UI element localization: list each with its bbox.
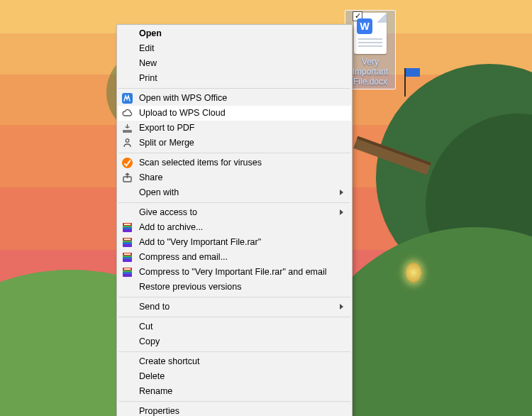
menu-item-compress-and-email[interactable]: Compress and email...: [118, 250, 351, 265]
menu-item-label: Open with: [139, 187, 179, 197]
rar-icon: [121, 251, 133, 263]
menu-item-label: Copy: [139, 336, 160, 346]
menu-item-properties[interactable]: Properties: [118, 404, 351, 416]
menu-item-upload-to-wps-cloud[interactable]: Upload to WPS Cloud: [118, 106, 351, 121]
menu-item-label: Restore previous versions: [139, 282, 242, 292]
menu-item-cut[interactable]: Cut: [118, 319, 351, 334]
menu-separator: [118, 153, 350, 153]
menu-item-label: Upload to WPS Cloud: [139, 108, 226, 118]
desktop[interactable]: ✓ W Very Important File.docx OpenEditNew…: [0, 0, 532, 416]
menu-item-label: Cut: [139, 322, 153, 332]
rar-icon: [121, 221, 133, 234]
menu-item-label: Scan selected items for viruses: [139, 158, 262, 168]
menu-item-export-to-pdf[interactable]: Export to PDF: [118, 121, 351, 136]
menu-item-label: Properties: [139, 406, 179, 416]
docx-file-icon: ✓ W: [354, 13, 387, 54]
menu-item-label: Delete: [139, 371, 165, 381]
menu-item-label: Rename: [139, 386, 172, 396]
doc-lines-icon: [358, 38, 382, 48]
menu-item-copy[interactable]: Copy: [118, 334, 351, 349]
menu-item-label: Compress to "Very Important File.rar" an…: [139, 267, 327, 277]
menu-separator: [118, 317, 350, 317]
menu-item-open[interactable]: Open: [118, 26, 351, 41]
wallpaper-shape: [406, 263, 421, 283]
menu-item-label: Split or Merge: [139, 138, 194, 148]
menu-item-label: Compress and email...: [139, 252, 228, 262]
menu-item-edit[interactable]: Edit: [118, 41, 351, 56]
menu-item-share[interactable]: Share: [118, 170, 351, 185]
menu-item-print[interactable]: Print: [118, 71, 351, 86]
menu-item-new[interactable]: New: [118, 56, 351, 71]
menu-item-compress-to-very-important-file-rar-and-[interactable]: Compress to "Very Important File.rar" an…: [118, 265, 351, 280]
menu-separator: [118, 401, 350, 402]
menu-item-create-shortcut[interactable]: Create shortcut: [118, 354, 351, 369]
menu-item-label: Create shortcut: [139, 356, 199, 366]
menu-item-label: New: [139, 58, 157, 68]
menu-item-add-to-very-important-file-rar[interactable]: Add to "Very Important File.rar": [118, 235, 351, 250]
wallpaper-shape: [406, 68, 420, 77]
menu-separator: [118, 88, 350, 89]
word-badge-icon: W: [357, 18, 372, 34]
menu-item-label: Add to "Very Important File.rar": [139, 237, 261, 247]
menu-item-split-or-merge[interactable]: Split or Merge: [118, 136, 351, 150]
menu-item-label: Open with WPS Office: [139, 93, 227, 103]
context-menu[interactable]: OpenEditNewPrintOpen with WPS OfficeUplo…: [116, 24, 353, 416]
menu-item-label: Add to archive...: [139, 222, 203, 232]
menu-item-rename[interactable]: Rename: [118, 384, 351, 399]
menu-separator: [118, 202, 350, 203]
menu-item-label: Export to PDF: [139, 123, 195, 133]
menu-item-label: Send to: [139, 302, 170, 312]
cloud-icon: [121, 107, 133, 119]
menu-item-scan-selected-items-for-viruses[interactable]: Scan selected items for viruses: [118, 155, 351, 170]
pdf-icon: [121, 122, 133, 134]
menu-item-open-with-wps-office[interactable]: Open with WPS Office: [118, 91, 351, 106]
menu-item-label: Edit: [139, 43, 155, 53]
menu-item-delete[interactable]: Delete: [118, 369, 351, 384]
wps-icon: [121, 92, 133, 104]
menu-item-label: Give access to: [139, 207, 197, 217]
menu-separator: [118, 297, 350, 297]
avast-icon: [121, 157, 133, 169]
menu-item-label: Open: [139, 28, 162, 38]
menu-separator: [118, 351, 350, 352]
menu-item-open-with[interactable]: Open with: [118, 185, 351, 200]
chevron-right-icon: [338, 209, 345, 216]
rar-icon: [121, 266, 133, 278]
desktop-file-selected[interactable]: ✓ W Very Important File.docx: [348, 13, 393, 87]
menu-item-give-access-to[interactable]: Give access to: [118, 205, 351, 220]
share-icon: [121, 172, 133, 184]
menu-item-restore-previous-versions[interactable]: Restore previous versions: [118, 280, 351, 295]
chevron-right-icon: [338, 189, 345, 196]
split-icon: [121, 137, 133, 149]
chevron-right-icon: [338, 303, 345, 310]
menu-item-label: Print: [139, 73, 157, 83]
menu-item-add-to-archive[interactable]: Add to archive...: [118, 220, 351, 235]
menu-item-label: Share: [139, 173, 162, 182]
menu-item-send-to[interactable]: Send to: [118, 300, 351, 314]
rar-icon: [121, 236, 133, 248]
